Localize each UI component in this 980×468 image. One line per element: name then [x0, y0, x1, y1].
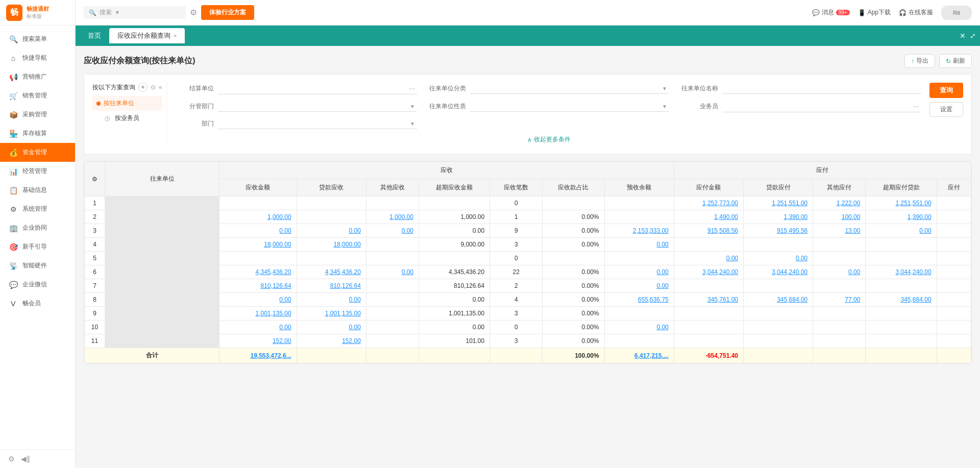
header-right: 💬 消息 99+ 📱 App下载 🎧 在线客服 Rit: [812, 6, 972, 20]
window-expand-icon[interactable]: ⤢: [970, 32, 976, 40]
header-settings-icon[interactable]: ⚙: [190, 8, 197, 17]
window-close-icon[interactable]: ✕: [960, 32, 966, 40]
filter-fields: 结算单位 ··· 往来单位分类 ▼: [167, 83, 921, 146]
logo-text: 畅捷通财 标准版: [27, 5, 49, 20]
online-service-item[interactable]: 🎧 在线客服: [899, 8, 933, 17]
partner-nature-input[interactable]: [472, 103, 660, 110]
salesman-dots[interactable]: ···: [913, 102, 919, 110]
member-icon: Ⅴ: [8, 300, 18, 308]
partner-name-input[interactable]: [724, 85, 919, 92]
collapse-more-button[interactable]: ∧ 收起更多条件: [523, 133, 575, 146]
settlement-unit-dots[interactable]: ···: [409, 84, 415, 92]
th-ap-overdue: 超期应付贷款: [866, 179, 937, 196]
purchase-icon: 📦: [8, 111, 18, 119]
tab-home[interactable]: 首页: [80, 28, 109, 43]
dept-manage-input[interactable]: [220, 103, 408, 110]
settings-button[interactable]: 设置: [929, 102, 963, 117]
sidebar-item-label: 企业协同: [22, 224, 47, 232]
data-table: ⚙ 往来单位 应收 应付 应收金额 贷款应收 其他应收 超期应收金额 应收笔数 …: [84, 161, 971, 363]
footer-ap-amount: -654,751.40: [674, 348, 743, 363]
settlement-unit-label: 结算单位: [177, 84, 218, 93]
footer-ar-amount[interactable]: 19,553,472,6...: [219, 348, 297, 363]
sidebar-item-corp[interactable]: 🏢 企业协同: [0, 218, 75, 237]
scheme-item-partner[interactable]: 按往来单位: [92, 96, 162, 111]
settlement-unit-control: ···: [218, 83, 417, 94]
edit-filter-icon[interactable]: ⊙: [151, 84, 156, 91]
notification-item[interactable]: 💬 消息 99+: [812, 8, 850, 17]
footer-ar-overdue: [419, 348, 490, 363]
header-left: 🔍 搜索 ▼ ⚙ 体验行业方案: [84, 5, 812, 20]
export-button[interactable]: ↑ 导出: [904, 54, 935, 68]
app-icon: 📱: [858, 9, 866, 16]
dept-manage-arrow[interactable]: ▼: [410, 104, 415, 109]
table-row: 500.000.00: [85, 252, 971, 265]
settlement-unit-input[interactable]: [220, 85, 407, 92]
scheme-item-salesman[interactable]: ◷ 按业务员: [92, 111, 162, 126]
scheme-dot: [96, 102, 101, 106]
table-row: 91,001,135.001,001,135.001,001,135.0030.…: [85, 307, 971, 321]
sidebar-item-basic[interactable]: 📋 基础信息: [0, 181, 75, 200]
collapse-sidebar-icon[interactable]: ◀‖: [21, 455, 30, 463]
th-ar-ratio: 应收款占比: [543, 179, 604, 196]
footer-ap-extra: [937, 348, 971, 363]
table-row: 64,345,436.204,345,436.200.004,345,436.2…: [85, 265, 971, 279]
department-arrow[interactable]: ▼: [410, 121, 415, 127]
department-control: ▼: [218, 118, 417, 129]
th-ar-count: 应收笔数: [490, 179, 543, 196]
sidebar-item-hardware[interactable]: 📡 智能硬件: [0, 256, 75, 275]
filter-area-wrapper: 按以下方案查询 + ⊙ « 按往来单位 ◷ 按业务员: [84, 74, 972, 155]
department-input[interactable]: [220, 120, 408, 127]
tab-current-label: 应收应付余额查询: [117, 31, 170, 40]
th-ap-amount: 应付金额: [674, 179, 743, 196]
cell-partner: [105, 265, 219, 279]
settings-footer-icon[interactable]: ⚙: [8, 455, 15, 463]
sidebar-item-guide[interactable]: 🎯 新手引导: [0, 237, 75, 256]
refresh-button[interactable]: ↻ 刷新: [939, 54, 972, 68]
th-payable-group: 应付: [674, 162, 971, 179]
partner-nature-arrow[interactable]: ▼: [662, 104, 667, 109]
add-filter-button[interactable]: +: [138, 83, 148, 92]
operation-icon: 📊: [8, 167, 18, 176]
sidebar-item-operation[interactable]: 📊 经营管理: [0, 162, 75, 181]
tab-current[interactable]: 应收应付余额查询 ×: [109, 28, 185, 43]
salesman-control: ···: [722, 101, 921, 112]
footer-ar-prepaid[interactable]: 6,417,215....: [604, 348, 674, 363]
th-ar-overdue: 超期应收金额: [419, 179, 490, 196]
finance-icon: 💰: [8, 149, 18, 157]
sidebar-item-member[interactable]: Ⅴ 畅会员: [0, 294, 75, 313]
service-icon: 🎧: [899, 9, 906, 16]
sidebar-item-quicknav[interactable]: ⌂ 快捷导航: [0, 48, 75, 67]
salesman-input[interactable]: [724, 103, 911, 110]
th-settings-gear[interactable]: ⚙: [85, 162, 105, 196]
sidebar-footer: ⚙ ◀‖: [0, 449, 75, 468]
app-download-item[interactable]: 📱 App下载: [858, 8, 891, 17]
sidebar-item-label: 资金管理: [22, 148, 47, 157]
sidebar-item-label: 企业微信: [22, 280, 47, 289]
sidebar-item-purchase[interactable]: 📦 采购管理: [0, 105, 75, 124]
salesman-label: 业务员: [681, 102, 722, 111]
cell-partner: [105, 252, 219, 265]
footer-ap-overdue: [866, 348, 937, 363]
partner-category-input[interactable]: [472, 85, 660, 92]
th-ap-extra: 应付: [937, 179, 971, 196]
sidebar-item-finance[interactable]: 💰 资金管理: [0, 143, 75, 162]
collapse-filter-icon[interactable]: «: [159, 84, 162, 91]
header-search-area[interactable]: 🔍 搜索 ▼: [84, 6, 186, 19]
app-download-label: App下载: [868, 8, 891, 17]
sidebar-item-search[interactable]: 🔍 搜索菜单: [0, 30, 75, 48]
sidebar-item-wechat[interactable]: 💬 企业微信: [0, 275, 75, 294]
footer-ar-count: [490, 348, 543, 363]
partner-category-label: 往来单位分类: [429, 84, 470, 93]
th-receivable-group: 应收: [219, 162, 674, 179]
cell-partner: [105, 321, 219, 334]
sidebar-item-label: 搜索菜单: [22, 35, 47, 43]
sidebar-item-system[interactable]: ⚙ 系统管理: [0, 200, 75, 218]
query-button[interactable]: 查询: [929, 83, 963, 98]
partner-category-arrow[interactable]: ▼: [662, 86, 667, 91]
trial-button[interactable]: 体验行业方案: [201, 5, 254, 20]
sidebar-item-marketing[interactable]: 📢 营销推广: [0, 67, 75, 86]
user-avatar[interactable]: Rit: [941, 6, 972, 20]
sidebar-item-sales[interactable]: 🛒 销售管理: [0, 86, 75, 105]
tab-close-icon[interactable]: ×: [174, 33, 177, 39]
sidebar-item-inventory[interactable]: 🏪 库存核算: [0, 124, 75, 143]
